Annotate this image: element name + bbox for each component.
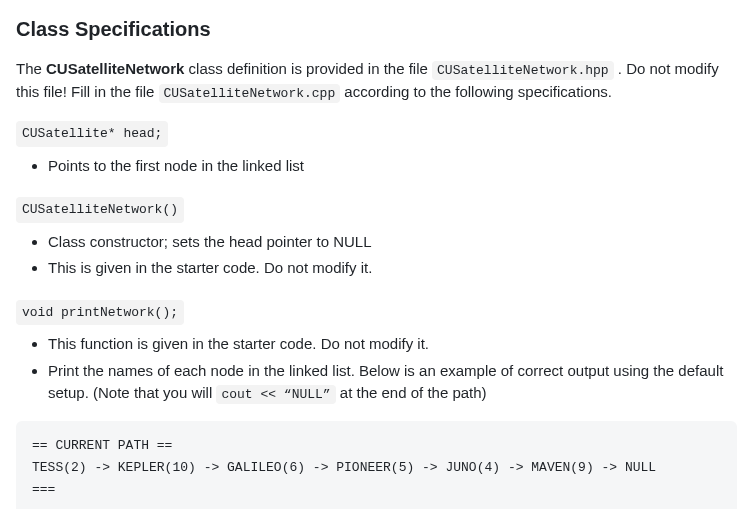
intro-after-cpp: according to the following specification… xyxy=(340,83,612,100)
class-name: CUSatelliteNetwork xyxy=(46,60,184,77)
head-signature: CUSatellite* head; xyxy=(16,121,168,147)
list-item: This is given in the starter code. Do no… xyxy=(48,257,737,280)
intro-after-class: class definition is provided in the file xyxy=(184,60,432,77)
ctor-bullets: Class constructor; sets the head pointer… xyxy=(16,231,737,280)
example-output: == CURRENT PATH == TESS(2) -> KEPLER(10)… xyxy=(16,421,737,510)
list-item: This function is given in the starter co… xyxy=(48,333,737,356)
list-item: Points to the first node in the linked l… xyxy=(48,155,737,178)
list-item: Class constructor; sets the head pointer… xyxy=(48,231,737,254)
cpp-filename: CUSatelliteNetwork.cpp xyxy=(159,84,341,103)
bullet-text-suffix: at the end of the path) xyxy=(336,384,487,401)
printnetwork-signature: void printNetwork(); xyxy=(16,300,184,326)
intro-paragraph: The CUSatelliteNetwork class definition … xyxy=(16,58,737,103)
list-item: Print the names of each node in the link… xyxy=(48,360,737,405)
intro-prefix: The xyxy=(16,60,46,77)
cout-code: cout << “NULL” xyxy=(216,385,335,404)
page-title: Class Specifications xyxy=(16,14,737,44)
hpp-filename: CUSatelliteNetwork.hpp xyxy=(432,61,614,80)
ctor-signature: CUSatelliteNetwork() xyxy=(16,197,184,223)
head-bullets: Points to the first node in the linked l… xyxy=(16,155,737,178)
printnetwork-bullets: This function is given in the starter co… xyxy=(16,333,737,405)
